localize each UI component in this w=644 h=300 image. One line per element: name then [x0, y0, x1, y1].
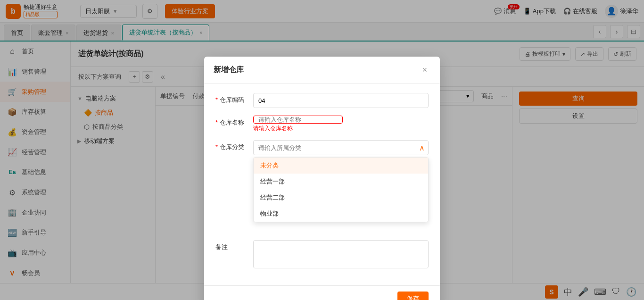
dropdown-option-dept2[interactable]: 经营二部	[254, 190, 428, 206]
note-textarea[interactable]	[253, 240, 429, 268]
modal-close-button[interactable]: ×	[419, 64, 430, 75]
modal-body: 仓库编码 仓库名称 请输入仓库名称 仓库分类 ∧	[204, 83, 440, 285]
category-dropdown: 未分类 经营一部 经营二部 物业部	[253, 157, 429, 222]
code-input[interactable]	[253, 93, 429, 108]
save-button[interactable]: 保存	[397, 292, 429, 300]
new-warehouse-modal: 新增仓库 × 仓库编码 仓库名称 请输入仓库名称	[204, 57, 440, 300]
code-label: 仓库编码	[215, 93, 253, 104]
name-label: 仓库名称	[215, 116, 253, 127]
modal-footer: 保存	[204, 285, 440, 300]
category-label: 仓库分类	[215, 140, 253, 151]
note-label: 备注	[215, 240, 253, 251]
modal-header: 新增仓库 ×	[204, 57, 440, 83]
category-input[interactable]	[253, 140, 429, 155]
modal-overlay[interactable]: 新增仓库 × 仓库编码 仓库名称 请输入仓库名称	[0, 0, 644, 300]
form-row-name: 仓库名称 请输入仓库名称	[178, 116, 429, 133]
form-row-note: 备注	[215, 240, 429, 268]
form-row-category: 仓库分类 ∧ 未分类 经营一部 经营二部 物业部	[215, 140, 429, 155]
name-col: 请输入仓库名称	[253, 116, 343, 133]
form-row-code: 仓库编码	[215, 93, 429, 108]
dropdown-option-property[interactable]: 物业部	[254, 206, 428, 222]
category-select-wrap: ∧ 未分类 经营一部 经营二部 物业部	[253, 140, 429, 155]
modal-title: 新增仓库	[214, 65, 244, 75]
dropdown-option-dept1[interactable]: 经营一部	[254, 174, 428, 190]
name-input[interactable]	[253, 116, 343, 124]
name-error-msg: 请输入仓库名称	[253, 125, 343, 133]
dropdown-option-unclassified[interactable]: 未分类	[254, 158, 428, 174]
